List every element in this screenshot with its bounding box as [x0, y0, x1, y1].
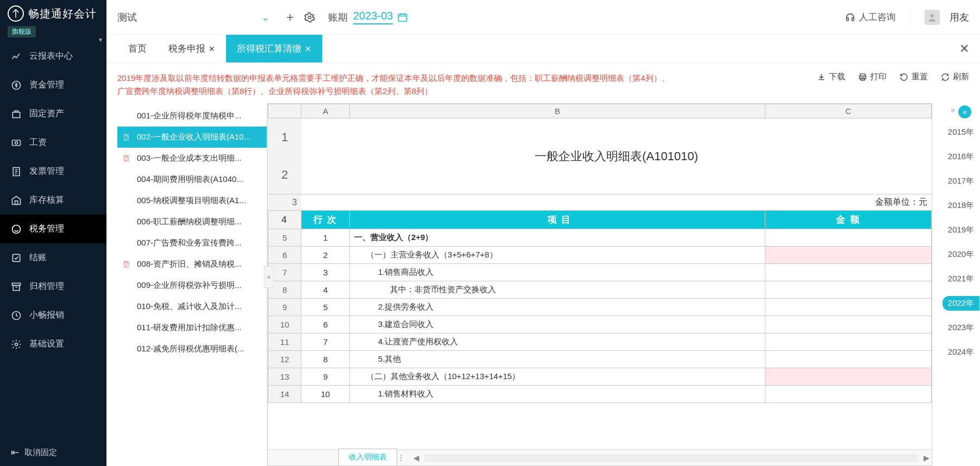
- tree-item-6[interactable]: 007-广告费和业务宣传费跨...: [117, 232, 267, 254]
- expand-arrow-icon[interactable]: »: [951, 105, 955, 114]
- tree-item-8[interactable]: 009-企业所得税弥补亏损明...: [117, 275, 267, 296]
- sheet-menu-icon[interactable]: ⋮: [397, 454, 405, 462]
- avatar[interactable]: [925, 10, 940, 25]
- data-row-9[interactable]: 139（二）其他业务收入（10+12+13+14+15）: [268, 368, 932, 386]
- year-item-8[interactable]: 2023年: [945, 320, 977, 335]
- horizontal-scrollbar[interactable]: [425, 454, 918, 462]
- cell-seq[interactable]: 9: [301, 368, 350, 386]
- cell-item[interactable]: 1.销售材料收入: [349, 386, 765, 403]
- cell-amount[interactable]: [765, 316, 931, 333]
- add-button[interactable]: [280, 8, 300, 27]
- cell-item[interactable]: 1.销售商品收入: [349, 264, 765, 281]
- scroll-right-icon[interactable]: ▶: [924, 454, 929, 462]
- sidebar-item-5[interactable]: 库存核算: [0, 186, 106, 215]
- data-row-8[interactable]: 1285.其他: [268, 351, 932, 368]
- sidebar-item-1[interactable]: 资金管理: [0, 71, 106, 99]
- cell-amount[interactable]: [765, 264, 931, 281]
- cell-item[interactable]: 2.提供劳务收入: [349, 299, 765, 316]
- cell-item[interactable]: 5.其他: [349, 351, 765, 368]
- print-button[interactable]: 打印: [858, 72, 887, 82]
- year-item-6[interactable]: 2021年: [945, 272, 977, 286]
- tree-item-4[interactable]: 005-纳税调整项目明细表(A1...: [117, 190, 267, 211]
- tree-item-0[interactable]: 001-企业所得税年度纳税申...: [117, 105, 267, 127]
- calendar-icon[interactable]: [397, 12, 408, 23]
- sheet-tab[interactable]: 收入明细表: [338, 449, 397, 466]
- cell-amount[interactable]: [765, 281, 931, 299]
- col-head-A[interactable]: A: [301, 104, 350, 118]
- tab-close-icon[interactable]: ✕: [209, 45, 215, 53]
- scroll-left-icon[interactable]: ◀: [413, 454, 419, 462]
- tree-item-2[interactable]: ⍰003-一般企业成本支出明细...: [117, 148, 267, 169]
- sidebar-unpin[interactable]: ⇤ 取消固定: [0, 439, 106, 466]
- cell-item[interactable]: 3.建造合同收入: [349, 316, 765, 333]
- year-item-0[interactable]: 2015年: [945, 125, 977, 140]
- cell-item[interactable]: 4.让渡资产使用权收入: [349, 333, 765, 351]
- data-row-5[interactable]: 952.提供劳务收入: [268, 299, 932, 316]
- data-row-1[interactable]: 51一、营业收入（2+9）: [268, 229, 932, 247]
- sidebar-item-9[interactable]: 小畅报销: [0, 301, 106, 330]
- sidebar-item-6[interactable]: 税务管理: [0, 215, 106, 243]
- sidebar-item-8[interactable]: 归档管理: [0, 272, 106, 301]
- cell-seq[interactable]: 8: [301, 351, 350, 368]
- support-link[interactable]: 人工咨询: [845, 11, 896, 23]
- refresh-button[interactable]: 刷新: [941, 72, 969, 82]
- col-head-C[interactable]: C: [765, 104, 931, 118]
- data-row-2[interactable]: 62（一）主营业务收入（3+5+6+7+8）: [268, 247, 932, 264]
- username[interactable]: 用友: [950, 11, 969, 24]
- sidebar-item-10[interactable]: 基础设置: [0, 330, 106, 358]
- cell-seq[interactable]: 10: [301, 386, 350, 403]
- data-row-7[interactable]: 1174.让渡资产使用权收入: [268, 333, 932, 351]
- cell-amount[interactable]: [765, 333, 931, 351]
- cell-item[interactable]: （一）主营业务收入（3+5+6+7+8）: [349, 247, 765, 264]
- tree-item-1[interactable]: ⍰002-一般企业收入明细表(A10...: [117, 127, 267, 148]
- tree-item-5[interactable]: 006-职工薪酬纳税调整明细...: [117, 211, 267, 232]
- cell-item[interactable]: （二）其他业务收入（10+12+13+14+15）: [349, 368, 765, 386]
- cell-seq[interactable]: 1: [301, 229, 350, 247]
- cell-amount[interactable]: [765, 247, 931, 264]
- tree-item-10[interactable]: 011-研发费用加计扣除优惠...: [117, 317, 267, 338]
- year-item-2[interactable]: 2017年: [945, 174, 977, 188]
- cell-seq[interactable]: 5: [301, 299, 350, 316]
- year-item-3[interactable]: 2018年: [945, 198, 977, 213]
- sidebar-item-7[interactable]: 结账: [0, 243, 106, 272]
- tab-2[interactable]: 所得税汇算清缴✕: [226, 35, 322, 62]
- sidebar-item-4[interactable]: 发票管理: [0, 157, 106, 186]
- cell-amount[interactable]: [765, 299, 931, 316]
- data-row-4[interactable]: 84其中：非货币性资产交换收入: [268, 281, 932, 299]
- cell-amount[interactable]: [765, 386, 931, 403]
- cell-seq[interactable]: 4: [301, 281, 350, 299]
- data-row-6[interactable]: 1063.建造合同收入: [268, 316, 932, 333]
- org-selector[interactable]: 测试 ⌄: [117, 11, 280, 24]
- sidebar-item-2[interactable]: 固定资产: [0, 99, 106, 128]
- tree-item-3[interactable]: 004-期间费用明细表(A1040...: [117, 169, 267, 190]
- cell-amount[interactable]: [765, 368, 931, 386]
- year-item-4[interactable]: 2019年: [945, 223, 977, 237]
- cell-seq[interactable]: 7: [301, 333, 350, 351]
- col-head-B[interactable]: B: [349, 104, 765, 118]
- year-item-7[interactable]: 2022年: [943, 296, 979, 311]
- cell-seq[interactable]: 3: [301, 264, 350, 281]
- cell-item[interactable]: 一、营业收入（2+9）: [349, 229, 765, 247]
- tab-1[interactable]: 税务申报✕: [158, 35, 226, 62]
- cell-seq[interactable]: 2: [301, 247, 350, 264]
- tree-item-7[interactable]: ⍰008-资产折旧、摊销及纳税...: [117, 254, 267, 275]
- expand-button[interactable]: «: [958, 105, 971, 118]
- tree-item-9[interactable]: 010-免税、减计收入及加计...: [117, 296, 267, 317]
- reset-button[interactable]: 重置: [900, 72, 928, 82]
- cell-seq[interactable]: 6: [301, 316, 350, 333]
- sheet-table[interactable]: ABC1一般企业收入明细表(A101010)23金额单位：元4行 次项 目金 额…: [268, 104, 932, 403]
- tab-close-icon[interactable]: ✕: [305, 45, 311, 53]
- data-row-3[interactable]: 731.销售商品收入: [268, 264, 932, 281]
- period-value[interactable]: 2023-03: [353, 10, 393, 24]
- year-item-1[interactable]: 2016年: [945, 149, 977, 164]
- sidebar-item-3[interactable]: 工资: [0, 128, 106, 157]
- year-item-5[interactable]: 2020年: [945, 247, 977, 262]
- cell-item[interactable]: 其中：非货币性资产交换收入: [349, 281, 765, 299]
- year-item-9[interactable]: 2024年: [945, 345, 977, 360]
- cell-amount[interactable]: [765, 351, 931, 368]
- tree-collapse-button[interactable]: «: [264, 266, 274, 288]
- settings-button[interactable]: [300, 8, 319, 27]
- tree-item-11[interactable]: 012-减免所得税优惠明细表(...: [117, 338, 267, 360]
- sidebar-item-0[interactable]: 云报表中心: [0, 42, 106, 71]
- data-row-10[interactable]: 14101.销售材料收入: [268, 386, 932, 403]
